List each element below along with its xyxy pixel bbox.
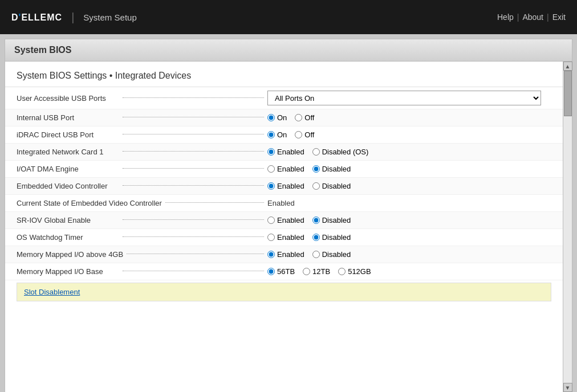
radio-enabled-input[interactable]: [267, 182, 275, 190]
radio-disabled[interactable]: Disabled: [312, 250, 351, 259]
scrollbar[interactable]: ▲ ▼: [563, 62, 572, 392]
exit-link[interactable]: Exit: [552, 13, 566, 22]
setting-value: Enabled Disabled (OS): [267, 148, 551, 156]
radio-enabled-input[interactable]: [267, 234, 275, 241]
scrollbar-down-button[interactable]: ▼: [563, 383, 572, 392]
setting-row-video-state: Current State of Embedded Video Controll…: [5, 195, 563, 212]
dots: [123, 168, 264, 169]
radio-enabled-input[interactable]: [267, 165, 275, 173]
setting-value: Enabled Disabled: [267, 233, 551, 242]
radio-enabled[interactable]: Enabled: [267, 250, 304, 259]
radio-56tb-input[interactable]: [267, 268, 275, 275]
radio-disabled-label: Disabled: [322, 165, 351, 173]
dots: [123, 185, 264, 186]
dots: [123, 134, 264, 134]
radio-on[interactable]: On: [267, 130, 287, 139]
radio-disabled-input[interactable]: [312, 217, 320, 224]
dots: [123, 236, 264, 237]
radio-off-input[interactable]: [295, 131, 302, 138]
radio-off[interactable]: Off: [295, 113, 314, 122]
setting-label: OS Watchdog Timer: [17, 233, 267, 242]
radio-on-label: On: [277, 113, 287, 122]
system-setup-title: System Setup: [83, 13, 136, 22]
radio-enabled-label: Enabled: [277, 165, 304, 173]
setting-label: Embedded Video Controller: [17, 182, 267, 190]
dots: [123, 117, 264, 117]
radio-enabled[interactable]: Enabled: [267, 165, 304, 173]
radio-12tb-input[interactable]: [303, 268, 310, 275]
radio-disabled-label: Disabled: [322, 182, 351, 190]
setting-row-mmio-4gb: Memory Mapped I/O above 4GB Enabled Disa…: [5, 246, 563, 263]
about-link[interactable]: About: [522, 13, 543, 22]
setting-row-user-usb: User Accessible USB Ports All Ports On O…: [5, 87, 563, 109]
user-usb-select[interactable]: All Ports On Only Back Ports On All Port…: [267, 91, 541, 105]
radio-disabled-os-input[interactable]: [312, 148, 320, 156]
radio-enabled-input[interactable]: [267, 251, 275, 258]
setting-row-ioat: I/OAT DMA Engine Enabled Disabled: [5, 161, 563, 178]
setting-row-sriov: SR-IOV Global Enable Enabled Disabled: [5, 212, 563, 229]
dots: [165, 202, 264, 203]
radio-enabled-label: Enabled: [277, 148, 304, 156]
dell-logo: D'ELLEMC: [11, 11, 62, 23]
radio-enabled-input[interactable]: [267, 217, 275, 224]
radio-disabled-input[interactable]: [312, 251, 320, 258]
radio-off[interactable]: Off: [295, 130, 314, 139]
label-text: Memory Mapped I/O above 4GB: [17, 250, 123, 259]
radio-on-input[interactable]: [267, 131, 275, 138]
radio-off-input[interactable]: [295, 114, 302, 121]
setting-label: Current State of Embedded Video Controll…: [17, 199, 267, 207]
setting-value: Enabled Disabled: [267, 182, 551, 190]
settings-area[interactable]: User Accessible USB Ports All Ports On O…: [5, 87, 563, 366]
radio-512gb-input[interactable]: [338, 268, 346, 275]
dots: [123, 97, 264, 98]
radio-512gb[interactable]: 512GB: [338, 267, 371, 276]
radio-enabled-label: Enabled: [277, 216, 304, 224]
scrollbar-track[interactable]: [563, 71, 572, 383]
dots: [123, 271, 264, 271]
label-text: Embedded Video Controller: [17, 182, 119, 190]
radio-enabled-input[interactable]: [267, 148, 275, 156]
radio-56tb[interactable]: 56TB: [267, 267, 295, 276]
scrollbar-up-button[interactable]: ▲: [563, 62, 572, 71]
slot-disablement-section: Slot Disablement: [17, 283, 551, 301]
radio-disabled-input[interactable]: [312, 182, 320, 190]
radio-disabled[interactable]: Disabled: [312, 233, 351, 242]
radio-enabled-label: Enabled: [277, 182, 304, 190]
radio-on-input[interactable]: [267, 114, 275, 121]
slot-disablement-link[interactable]: Slot Disablement: [24, 288, 80, 296]
scrollbar-thumb[interactable]: [564, 71, 572, 116]
help-link[interactable]: Help: [497, 13, 514, 22]
radio-disabled[interactable]: Disabled: [312, 165, 351, 173]
setting-value: On Off: [267, 113, 551, 122]
setting-value: 56TB 12TB 512GB: [267, 267, 551, 276]
setting-row-network-card: Integrated Network Card 1 Enabled Disabl…: [5, 144, 563, 161]
radio-disabled-input[interactable]: [312, 165, 320, 173]
radio-disabled[interactable]: Disabled: [312, 182, 351, 190]
label-text: Internal USB Port: [17, 113, 119, 122]
radio-disabled-input[interactable]: [312, 234, 320, 241]
radio-enabled[interactable]: Enabled: [267, 148, 304, 156]
radio-12tb[interactable]: 12TB: [303, 267, 330, 276]
radio-12tb-label: 12TB: [312, 267, 330, 276]
header: D'ELLEMC | System Setup Help | About | E…: [0, 0, 577, 34]
radio-on[interactable]: On: [267, 113, 287, 122]
setting-label: Memory Mapped I/O Base: [17, 267, 267, 276]
header-left: D'ELLEMC | System Setup: [11, 11, 137, 24]
radio-enabled[interactable]: Enabled: [267, 216, 304, 224]
radio-enabled[interactable]: Enabled: [267, 182, 304, 190]
radio-enabled-label: Enabled: [277, 233, 304, 242]
label-text: I/OAT DMA Engine: [17, 165, 119, 173]
setting-row-idrac-usb: iDRAC Direct USB Port On Off: [5, 126, 563, 144]
label-text: iDRAC Direct USB Port: [17, 130, 119, 139]
radio-disabled-label: Disabled: [322, 250, 351, 259]
radio-enabled[interactable]: Enabled: [267, 233, 304, 242]
setting-row-mmio-base: Memory Mapped I/O Base 56TB 12TB: [5, 263, 563, 280]
setting-label: Integrated Network Card 1: [17, 148, 267, 156]
radio-off-label: Off: [304, 130, 314, 139]
label-text: OS Watchdog Timer: [17, 233, 119, 242]
radio-disabled-os[interactable]: Disabled (OS): [312, 148, 369, 156]
radio-512gb-label: 512GB: [348, 267, 371, 276]
radio-disabled[interactable]: Disabled: [312, 216, 351, 224]
radio-on-label: On: [277, 130, 287, 139]
label-text: Memory Mapped I/O Base: [17, 267, 119, 276]
